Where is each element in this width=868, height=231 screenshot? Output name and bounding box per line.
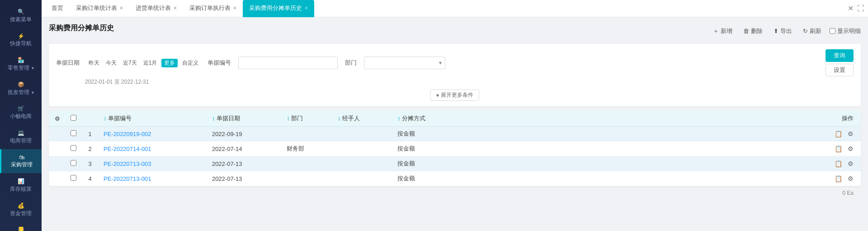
preview-icon[interactable]: 📋 [833, 129, 844, 138]
td-num: 1 [81, 127, 99, 141]
td-checkbox[interactable] [66, 127, 81, 141]
content-wrapper: 采购费用分摊单历史 ＋ 新增 🗑 删除 ⬆ 导出 ↻ 刷新 [42, 17, 868, 231]
table-row: 1 PE-20220919-002 2022-09-19 按金额 📋 ⚙ [49, 127, 861, 141]
td-bill-date: 2022-07-13 [208, 171, 282, 186]
bill-no-link[interactable]: PE-20220713-001 [104, 175, 151, 182]
show-detail-input[interactable] [830, 28, 835, 34]
tab-home[interactable]: 首页 [45, 0, 70, 17]
table: ⚙ ↕ 单据编号 ↕ 单据日期 [49, 111, 861, 186]
dept-select[interactable]: 财务部 [364, 57, 445, 69]
sidebar-item-purchase-label: 采购管理 [3, 161, 40, 169]
filter-area: 单据日期 昨天 今天 近7天 近1月 更多 自定义 单据编号 部门 [49, 44, 861, 106]
td-settings [49, 141, 66, 156]
row-checkbox[interactable] [71, 160, 76, 166]
sidebar-item-inventory[interactable]: 📊 库存核算 [0, 173, 42, 198]
th-split-method[interactable]: ↕ 分摊方式 [393, 111, 799, 127]
setting-button[interactable]: 设置 [826, 64, 854, 76]
tab-purchase-order-stat[interactable]: 采购订单统计表 × [70, 0, 129, 17]
sidebar-item-ledger[interactable]: 📒 总账管理 [0, 222, 42, 231]
th-handler[interactable]: ↕ 经手人 [333, 111, 393, 127]
bill-no-link[interactable]: PE-20220919-002 [104, 131, 151, 137]
expand-more-button[interactable]: ▾ 展开更多条件 [430, 90, 479, 101]
bill-no-link[interactable]: PE-20220714-001 [104, 146, 151, 152]
th-settings[interactable]: ⚙ [49, 111, 66, 127]
add-button[interactable]: ＋ 新增 [710, 25, 735, 37]
close-window-icon[interactable]: ✕ [848, 4, 854, 13]
sidebar: 🔍 搜索菜单 ⚡ 快捷导航 🏪 零售管理 ▾ 📦 批发管理 ▾ 🛒 小畅电商 💻… [0, 0, 42, 231]
td-settings [49, 156, 66, 171]
row-checkbox[interactable] [71, 175, 76, 181]
date-btn-1month[interactable]: 近1月 [142, 59, 159, 67]
td-checkbox[interactable] [66, 171, 81, 186]
sidebar-item-wholesale[interactable]: 📦 批发管理 ▾ [0, 76, 42, 101]
date-btn-today[interactable]: 今天 [104, 59, 118, 67]
more-action-icon[interactable]: ⚙ [846, 159, 855, 168]
sort-icon: ↕ [397, 115, 401, 122]
th-checkbox[interactable] [66, 111, 81, 127]
sidebar-item-ecom[interactable]: 🛒 小畅电商 [0, 100, 42, 125]
sidebar-item-quicknav-label: 快捷导航 [2, 40, 40, 47]
sidebar-item-wholesale-label: 批发管理 ▾ [2, 89, 40, 96]
td-num: 4 [81, 171, 99, 186]
sidebar-item-ecom-manage[interactable]: 💻 电商管理 [0, 125, 42, 149]
date-btn-more[interactable]: 更多 [161, 59, 178, 67]
row-checkbox[interactable] [71, 130, 76, 136]
td-action: 📋 ⚙ [799, 127, 861, 141]
tab-inbound-stat-close[interactable]: × [174, 5, 177, 11]
export-button[interactable]: ⬆ 导出 [771, 25, 795, 37]
total-count: 0 Ea [842, 190, 854, 196]
more-action-icon[interactable]: ⚙ [846, 174, 855, 183]
th-bill-date-label: 单据日期 [217, 115, 240, 122]
sidebar-item-finance[interactable]: 💰 资金管理 [0, 198, 42, 222]
query-button[interactable]: 查询 [826, 49, 854, 62]
td-checkbox[interactable] [66, 156, 81, 171]
ledger-icon: 📒 [2, 226, 40, 231]
th-dept[interactable]: ↕ 部门 [282, 111, 333, 127]
sidebar-item-retail-label: 零售管理 ▾ [2, 64, 40, 72]
tab-purchase-cost-history[interactable]: 采购费用分摊单历史 × [243, 0, 314, 17]
bill-no-input[interactable] [238, 57, 338, 69]
delete-button[interactable]: 🗑 删除 [741, 25, 765, 37]
td-dept [282, 171, 333, 186]
tab-purchase-cost-history-close[interactable]: × [305, 5, 308, 11]
expand-more: ▾ 展开更多条件 [56, 90, 854, 101]
td-bill-date: 2022-07-13 [208, 156, 282, 171]
sidebar-item-retail[interactable]: 🏪 零售管理 ▾ [0, 52, 42, 76]
show-detail-checkbox[interactable]: 显示明细 [830, 27, 861, 35]
more-action-icon[interactable]: ⚙ [846, 129, 855, 138]
date-btn-7days[interactable]: 近7天 [121, 59, 139, 67]
sidebar-item-purchase[interactable]: 🛍 采购管理 [0, 149, 42, 174]
preview-icon[interactable]: 📋 [833, 174, 844, 183]
bill-no-link[interactable]: PE-20220713-003 [104, 160, 151, 167]
row-checkbox[interactable] [71, 145, 76, 151]
sidebar-item-quicknav[interactable]: ⚡ 快捷导航 [0, 28, 42, 52]
export-label: 导出 [780, 27, 792, 35]
tab-purchase-exec-close[interactable]: × [233, 5, 236, 11]
date-btn-custom[interactable]: 自定义 [180, 59, 200, 67]
tab-purchase-exec-label: 采购订单执行表 [189, 4, 231, 12]
more-action-icon[interactable]: ⚙ [846, 144, 855, 153]
th-handler-label: 经手人 [342, 115, 360, 122]
td-bill-date: 2022-07-14 [208, 141, 282, 156]
th-split-method-label: 分摊方式 [402, 115, 425, 122]
expand-window-icon[interactable]: ⛶ [857, 5, 864, 13]
td-checkbox[interactable] [66, 141, 81, 156]
sidebar-item-finance-label: 资金管理 [2, 210, 40, 217]
refresh-icon: ↻ [803, 28, 808, 34]
th-num [81, 111, 99, 127]
sidebar-item-search-label: 搜索菜单 [2, 16, 40, 24]
tab-purchase-exec[interactable]: 采购订单执行表 × [183, 0, 243, 17]
th-bill-date[interactable]: ↕ 单据日期 [208, 111, 282, 127]
sidebar-item-search[interactable]: 🔍 搜索菜单 [0, 4, 42, 28]
td-handler [333, 156, 393, 171]
preview-icon[interactable]: 📋 [833, 159, 844, 168]
date-btn-yesterday[interactable]: 昨天 [87, 59, 101, 67]
preview-icon[interactable]: 📋 [833, 144, 844, 153]
tab-purchase-order-stat-close[interactable]: × [120, 5, 123, 11]
th-bill-no[interactable]: ↕ 单据编号 [99, 111, 208, 127]
refresh-button[interactable]: ↻ 刷新 [800, 25, 824, 37]
td-split-method: 按金额 [393, 127, 799, 141]
tab-inbound-stat[interactable]: 进货单统计表 × [129, 0, 183, 17]
table-row: 4 PE-20220713-001 2022-07-13 按金额 📋 ⚙ [49, 171, 861, 186]
select-all-checkbox[interactable] [71, 115, 76, 121]
